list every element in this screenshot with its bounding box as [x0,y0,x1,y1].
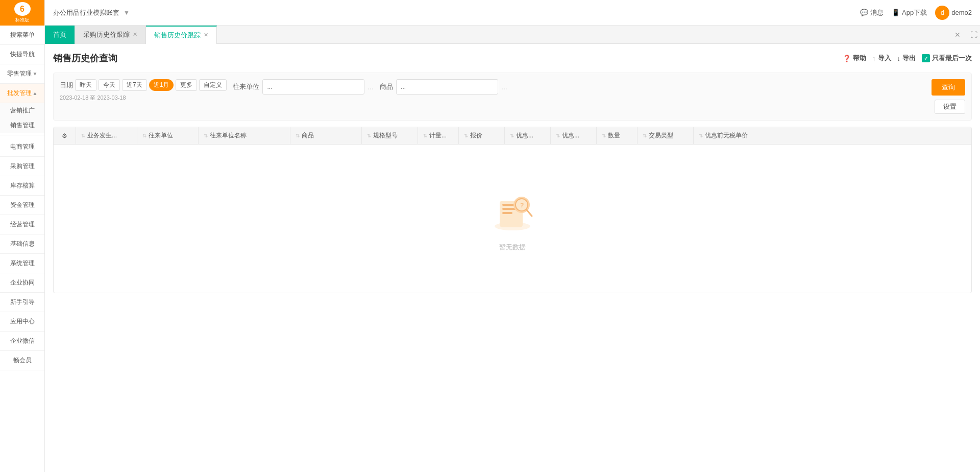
th-goods[interactable]: ⇅ 商品 [290,127,362,144]
sidebar-item-inventory[interactable]: 库存核算 [0,176,44,196]
tab-home[interactable]: 首页 [45,26,75,44]
topbar-right: 💬 消息 📱 App下载 d demo2 [860,6,972,20]
th-spec-label: 规格型号 [373,131,398,140]
tab-home-label: 首页 [53,30,66,39]
sidebar-item-apps[interactable]: 应用中心 [0,312,44,332]
sidebar-item-system[interactable]: 系统管理 [0,254,44,273]
sort-icon-12: ⇅ [699,133,703,138]
th-discount1[interactable]: ⇅ 优惠... [505,127,551,144]
sidebar-item-sales-mgmt[interactable]: 销售管理 [0,118,44,133]
download-icon: 📱 [892,9,900,16]
svg-line-8 [527,210,532,216]
partner-more-icon[interactable]: ... [368,83,374,91]
topbar-left: 办公用品行业模拟账套 ▼ [53,8,130,17]
th-calc-unit[interactable]: ⇅ 计量... [418,127,459,144]
user-profile[interactable]: d demo2 [935,6,972,20]
sidebar-item-purchase[interactable]: 采购管理 [0,157,44,176]
date-btn-more[interactable]: 更多 [176,79,197,91]
date-btn-today[interactable]: 今天 [99,79,120,91]
export-icon: ↓ [897,55,901,62]
sidebar-item-marketing[interactable]: 营销推广 [0,103,44,118]
sort-icon-2: ⇅ [142,133,146,138]
date-btn-custom[interactable]: 自定义 [199,79,227,91]
checkbox-icon: ✓ [922,54,930,62]
help-button[interactable]: ❓ 帮助 [843,54,866,63]
goods-more-icon[interactable]: ... [501,83,507,91]
th-discount2[interactable]: ⇅ 优惠... [551,127,597,144]
chevron-up-icon: ▲ [33,90,38,96]
sidebar-item-basic-info[interactable]: 基础信息 [0,234,44,254]
export-label: 导出 [902,54,916,63]
close-window-button[interactable]: ✕ [951,29,964,41]
settings-button[interactable]: 设置 [935,100,965,114]
maximize-window-button[interactable]: ⛶ [968,29,980,41]
query-button[interactable]: 查询 [932,79,965,96]
logo: 6 标准版 [0,0,44,26]
th-calc-label: 计量... [429,131,447,140]
sidebar-item-retail[interactable]: 零售管理 ▼ [0,64,44,84]
chevron-down-icon: ▼ [33,71,38,77]
partner-input[interactable] [262,79,364,95]
tab-purchase-close-icon[interactable]: ✕ [133,31,137,38]
th-qty-label: 数量 [608,131,620,140]
sidebar-item-newbie[interactable]: 新手引导 [0,293,44,312]
empty-text: 暂无数据 [499,243,526,252]
sidebar-item-wholesale[interactable]: 批发管理 ▲ [0,84,44,103]
date-btn-1month[interactable]: 近1月 [149,79,174,91]
svg-rect-4 [502,212,512,214]
app-download-button[interactable]: 📱 App下载 [892,8,927,17]
th-qty[interactable]: ⇅ 数量 [597,127,638,144]
tab-purchase-history[interactable]: 采购历史价跟踪 ✕ [75,26,146,44]
sidebar-item-search[interactable]: 搜索菜单 [0,26,44,45]
th-price-label: 报价 [470,131,482,140]
sidebar-item-finance[interactable]: 资金管理 [0,196,44,215]
partner-label: 往来单位 [233,82,259,91]
th-trade-type[interactable]: ⇅ 交易类型 [638,127,694,144]
tab-sales-close-icon[interactable]: ✕ [204,32,208,38]
th-notax-price[interactable]: ⇅ 优惠前无税单价 [694,127,971,144]
goods-label: 商品 [380,82,393,91]
logo-icon: 6 [14,2,31,16]
export-button[interactable]: ↓ 导出 [897,54,916,63]
topbar-dropdown-icon[interactable]: ▼ [124,9,130,16]
sidebar-item-enterprise[interactable]: 企业协同 [0,273,44,293]
username-label: demo2 [951,9,972,16]
help-icon: ❓ [843,55,851,62]
th-unit-name[interactable]: ⇅ 往来单位名称 [199,127,290,144]
settings-gear-icon: ⚙ [62,132,67,139]
sidebar-item-wechat[interactable]: 企业微信 [0,332,44,351]
th-discount2-label: 优惠... [562,131,579,140]
th-unit-id-label: 往来单位 [149,131,173,140]
th-unit-name-label: 往来单位名称 [210,131,247,140]
table-header: ⚙ ⇅ 业务发生... ⇅ 往来单位 ⇅ 往来单位名称 ⇅ 商品 [54,127,971,145]
th-date[interactable]: ⇅ 业务发生... [76,127,137,144]
th-price[interactable]: ⇅ 报价 [459,127,505,144]
date-btn-7days[interactable]: 近7天 [122,79,147,91]
only-last-checkbox[interactable]: ✓ 只看最后一次 [922,54,972,63]
import-label: 导入 [878,54,891,63]
sidebar-item-operations[interactable]: 经营管理 [0,215,44,234]
date-btn-yesterday[interactable]: 昨天 [75,79,96,91]
page-content: 销售历史价查询 ❓ 帮助 ↑ 导入 ↓ 导出 ✓ 只看最后一次 [45,44,980,472]
th-settings[interactable]: ⚙ [54,127,76,144]
th-discount1-label: 优惠... [516,131,533,140]
th-trade-label: 交易类型 [649,131,673,140]
th-spec[interactable]: ⇅ 规格型号 [362,127,418,144]
sidebar-item-ecommerce[interactable]: 电商管理 [0,137,44,157]
th-goods-label: 商品 [302,131,314,140]
filter-row: 日期 昨天 今天 近7天 近1月 更多 自定义 2023-02-18 至 202… [53,73,972,121]
topbar: 办公用品行业模拟账套 ▼ 💬 消息 📱 App下载 d demo2 [45,0,980,26]
svg-text:?: ? [520,202,524,209]
goods-input[interactable] [396,79,498,95]
page-title-actions: ❓ 帮助 ↑ 导入 ↓ 导出 ✓ 只看最后一次 [843,54,972,63]
th-unit-id[interactable]: ⇅ 往来单位 [137,127,199,144]
sort-icon-10: ⇅ [602,133,606,138]
sort-icon-7: ⇅ [464,133,468,138]
sidebar-item-quick-nav[interactable]: 快捷导航 [0,45,44,64]
message-button[interactable]: 💬 消息 [860,8,884,17]
help-label: 帮助 [853,54,866,63]
tab-purchase-label: 采购历史价跟踪 [83,30,130,39]
import-button[interactable]: ↑ 导入 [872,54,891,63]
tab-sales-history[interactable]: 销售历史价跟踪 ✕ [146,26,217,44]
sidebar-item-member[interactable]: 畅会员 [0,351,44,370]
